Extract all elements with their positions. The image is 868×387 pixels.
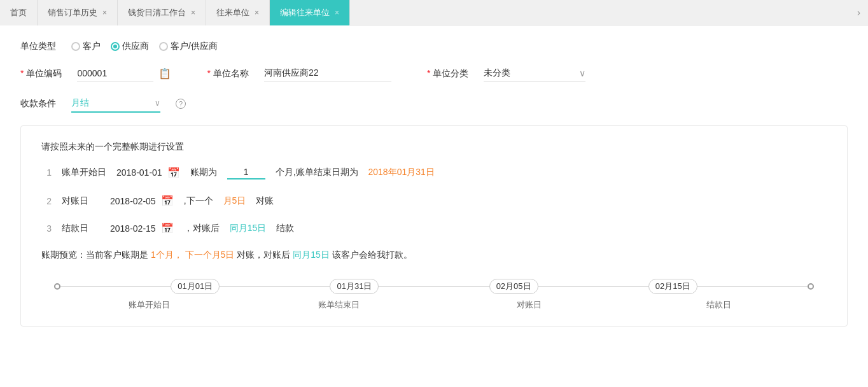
- timeline-container: 01月01日 01月31日 02月05日 02月15日 账: [41, 274, 827, 311]
- code-required: *: [20, 68, 24, 78]
- row-num-3: 3: [41, 223, 52, 234]
- tab-partner-close[interactable]: ×: [255, 8, 259, 17]
- payment-row: 收款条件 月结 ∨ ?: [20, 95, 848, 113]
- name-label: *单位名称: [207, 68, 248, 80]
- code-lookup-icon[interactable]: 📋: [158, 67, 171, 80]
- timeline-line-3: [379, 286, 489, 287]
- tab-cash-work[interactable]: 钱货日清工作台 ×: [118, 0, 206, 25]
- row2-highlight1: 月5日: [223, 195, 246, 207]
- timeline-dot-start: [54, 283, 60, 290]
- name-input[interactable]: [264, 66, 391, 81]
- reconcile-date-icon[interactable]: 📅: [161, 195, 174, 207]
- timeline-label-wrap-2: 账单结束日: [244, 299, 435, 311]
- timeline-label-wrap-1: 账单开始日: [54, 299, 244, 311]
- timeline-tag-3: 02月05日: [489, 279, 538, 294]
- timeline-line-5: [697, 286, 808, 287]
- timeline-labels-row: 账单开始日 账单结束日 对账日 结款日: [41, 294, 827, 311]
- period-months-input[interactable]: [227, 165, 265, 179]
- payment-value: 月结: [71, 97, 89, 109]
- name-required: *: [207, 68, 210, 78]
- tab-arrow-right[interactable]: ›: [850, 7, 868, 18]
- timeline-label-1: 账单开始日: [129, 299, 170, 311]
- radio-supplier-label: 供应商: [122, 41, 149, 52]
- payment-dropdown-arrow: ∨: [155, 99, 160, 108]
- section-box: 请按照未来的一个完整帐期进行设置 1 账单开始日 2018-01-01 📅 账期…: [20, 125, 848, 327]
- row1-desc-after: 个月,账单结束日期为: [276, 167, 358, 178]
- payment-date-wrap: 2018-02-15 📅: [110, 222, 174, 234]
- tab-sales-history-close[interactable]: ×: [102, 8, 107, 17]
- tab-sales-history[interactable]: 销售订单历史 ×: [38, 0, 118, 25]
- timeline-label-wrap-3: 对账日: [434, 299, 624, 311]
- payment-label: 收款条件: [20, 98, 56, 109]
- timeline-label-3: 对账日: [517, 299, 542, 311]
- row-num-1: 1: [41, 167, 52, 178]
- timeline-nodes-row: 01月01日 01月31日 02月05日 02月15日: [41, 279, 827, 294]
- tab-edit-partner-close[interactable]: ×: [335, 8, 339, 17]
- timeline-line-2: [220, 286, 330, 287]
- timeline-node-2: 01月31日: [330, 279, 379, 294]
- tab-edit-partner[interactable]: 编辑往来单位 ×: [270, 0, 350, 25]
- radio-supplier[interactable]: 供应商: [111, 41, 149, 52]
- info-row: *单位编码 📋 *单位名称 *单位分类 未分类 ∨: [20, 65, 848, 82]
- timeline-tag-1: 01月01日: [171, 279, 220, 294]
- setting-row-2: 2 对账日 2018-02-05 📅 ,下一个 月5日 对账: [41, 195, 827, 207]
- setting-row-1: 1 账单开始日 2018-01-01 📅 账期为 个月,账单结束日期为 2018…: [41, 165, 827, 179]
- radio-both-label: 客户/供应商: [171, 41, 218, 52]
- radio-customer-label: 客户: [83, 41, 101, 52]
- radio-both[interactable]: 客户/供应商: [159, 41, 218, 52]
- payment-help-icon[interactable]: ?: [176, 99, 186, 109]
- radio-group: 客户 供应商 客户/供应商: [71, 41, 218, 52]
- tab-partner[interactable]: 往来单位 ×: [206, 0, 270, 25]
- category-chevron-icon: ∨: [579, 68, 585, 78]
- category-dropdown[interactable]: 未分类 ∨: [484, 65, 585, 82]
- code-field-wrap: 📋: [77, 66, 171, 81]
- tab-partner-label: 往来单位: [216, 7, 249, 18]
- row1-end-date: 2018年01月31日: [368, 167, 435, 178]
- row3-highlight1: 同月15日: [230, 223, 267, 234]
- category-label: *单位分类: [427, 68, 468, 80]
- tab-home-label: 首页: [10, 7, 27, 18]
- preview-h2: 下一个月5日: [185, 250, 235, 260]
- code-input[interactable]: [77, 66, 153, 81]
- code-label: *单位编码: [20, 68, 62, 80]
- unit-type-label: 单位类型: [20, 41, 56, 52]
- row3-desc1: ，对账后: [184, 223, 220, 234]
- payment-date-value: 2018-02-15: [110, 223, 156, 234]
- payment-date-icon[interactable]: 📅: [161, 222, 174, 234]
- preview-suffix: 该客户会给我打款。: [332, 250, 412, 260]
- radio-both-circle: [159, 42, 168, 51]
- preview-row: 账期预览：当前客户账期是 1个月， 下一个月5日 对账，对账后 同月15日 该客…: [41, 250, 827, 261]
- tab-cash-work-label: 钱货日清工作台: [128, 7, 186, 18]
- radio-supplier-circle: [111, 42, 120, 51]
- unit-type-row: 单位类型 客户 供应商 客户/供应商: [20, 41, 848, 52]
- row-num-2: 2: [41, 196, 52, 206]
- timeline-node-4: 02月15日: [648, 279, 697, 294]
- tab-cash-work-close[interactable]: ×: [191, 8, 195, 17]
- timeline-node-1: 01月01日: [171, 279, 220, 294]
- row3-desc2: 结款: [276, 223, 294, 234]
- row2-desc1: ,下一个: [184, 195, 213, 207]
- preview-mid: 对账，对账后: [237, 250, 290, 260]
- timeline-tag-2: 01月31日: [330, 279, 379, 294]
- row2-desc2: 对账: [256, 195, 274, 207]
- reconcile-date-value: 2018-02-05: [110, 196, 156, 206]
- row1-desc-before: 账期为: [190, 167, 217, 178]
- section-hint: 请按照未来的一个完整帐期进行设置: [41, 141, 827, 153]
- payment-dropdown[interactable]: 月结 ∨: [71, 95, 160, 113]
- category-required: *: [427, 68, 430, 78]
- timeline-node-3: 02月05日: [489, 279, 538, 294]
- row-label-3: 结款日: [62, 223, 100, 234]
- main-content: 单位类型 客户 供应商 客户/供应商 *单位编码 📋 *单位名称: [0, 25, 868, 387]
- row-label-1: 账单开始日: [62, 167, 106, 178]
- timeline-line-4: [538, 286, 648, 287]
- radio-customer[interactable]: 客户: [71, 41, 101, 52]
- setting-row-3: 3 结款日 2018-02-15 📅 ，对账后 同月15日 结款: [41, 222, 827, 234]
- timeline-dot-end: [808, 283, 814, 290]
- start-date-wrap: 2018-01-01 📅: [116, 167, 180, 179]
- reconcile-date-wrap: 2018-02-05 📅: [110, 195, 174, 207]
- tab-home[interactable]: 首页: [0, 0, 38, 25]
- timeline-label-wrap-4: 结款日: [624, 299, 815, 311]
- tabs-bar: 首页 销售订单历史 × 钱货日清工作台 × 往来单位 × 编辑往来单位 × ›: [0, 0, 868, 25]
- category-value: 未分类: [484, 67, 510, 79]
- start-date-icon[interactable]: 📅: [167, 167, 180, 179]
